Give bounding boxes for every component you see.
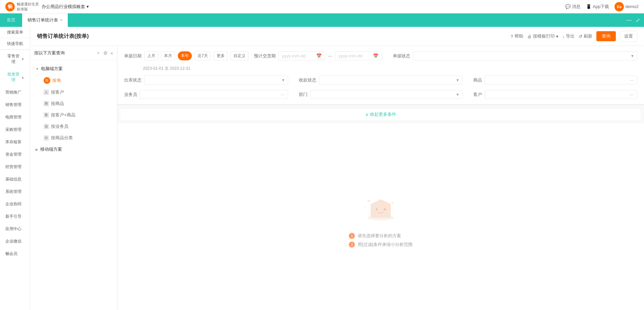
empty-tip-2: 2 用[过滤]条件来缩小分析范围 bbox=[349, 242, 412, 248]
filter-section: 单据日期 上月 本月 本年 近7天 更多 自定义 bbox=[117, 46, 644, 105]
filter-item-dept: 部门 ▾ bbox=[299, 90, 463, 99]
sidebar-search[interactable]: 搜索菜单 bbox=[0, 27, 30, 38]
settings-button[interactable]: 设置 bbox=[620, 31, 637, 42]
sidebar-shortcut[interactable]: 快捷导航 bbox=[0, 38, 30, 50]
date-btn-this-year[interactable]: 本年 bbox=[178, 51, 192, 60]
receipt-status-select[interactable]: ▾ bbox=[319, 75, 463, 85]
chevron-down-icon: ▼ bbox=[21, 57, 24, 61]
tree-item-pc-solutions: ▼ 电脑端方案 bbox=[30, 63, 117, 74]
sidebar-item-newuser[interactable]: 新手引导 bbox=[0, 210, 30, 223]
tab-home[interactable]: 首页 bbox=[0, 13, 22, 27]
sidebar-item-marketing[interactable]: 营销推广 bbox=[0, 86, 30, 99]
calendar-icon-2: 📅 bbox=[373, 53, 378, 58]
sidebar-item-wechat[interactable]: 企业微信 bbox=[0, 235, 30, 248]
collapse-conditions-button[interactable]: ∧ 收起更多条件 bbox=[121, 108, 641, 120]
date-btn-last-month[interactable]: 上月 bbox=[144, 51, 158, 60]
empty-tip-1: 1 请先选择要分析的方案 bbox=[349, 233, 412, 239]
print-button[interactable]: 🖨 按模板打印 ▾ bbox=[527, 33, 558, 39]
printer-icon: 🖨 bbox=[527, 34, 532, 39]
window-controls: — ⤢ bbox=[622, 13, 644, 27]
company-selector[interactable]: 办公用品行业模拟账套 ▾ bbox=[42, 4, 89, 10]
filter-row-2: 出库状态 ▾ 收款状态 ▾ bbox=[124, 75, 637, 85]
delivery-status-select[interactable]: ▾ bbox=[144, 75, 288, 85]
goods-input[interactable]: ··· bbox=[485, 75, 637, 85]
sidebar-item-operations[interactable]: 经营管理 bbox=[0, 161, 30, 173]
logo-text: 畅捷通好生意 标准版 bbox=[17, 2, 39, 11]
logo-icon: 畅 bbox=[5, 2, 15, 11]
tree-item-by-goods[interactable]: 商 按商品 bbox=[30, 98, 117, 109]
dept-select[interactable]: ▾ bbox=[310, 90, 463, 99]
tip-number-2: 2 bbox=[349, 242, 355, 248]
by-order-icon: 按 bbox=[44, 77, 50, 84]
content-area: 销售订单统计表(按单) ? 帮助 🖨 按模板打印 ▾ ↓ 导出 ↺ 刷新 bbox=[30, 27, 644, 310]
page-header: 销售订单统计表(按单) ? 帮助 🖨 按模板打印 ▾ ↓ 导出 ↺ 刷新 bbox=[30, 27, 644, 46]
top-bar-left: 畅 畅捷通好生意 标准版 办公用品行业模拟账套 ▾ bbox=[5, 2, 89, 11]
salesperson-input[interactable]: ··· bbox=[140, 90, 288, 99]
date-btn-custom[interactable]: 自定义 bbox=[230, 51, 249, 60]
sidebar-item-wholesale[interactable]: 批发管理 ▲ bbox=[0, 68, 30, 86]
sidebar-item-system[interactable]: 系统管理 bbox=[0, 186, 30, 198]
query-button[interactable]: 查询 bbox=[596, 31, 616, 41]
filter-item-delivery-status: 出库状态 ▾ bbox=[124, 75, 288, 85]
content-wrapper: 按以下方案查询 ＋ ⚙ « ▼ 电脑端方案 按 按单 bbox=[30, 46, 644, 310]
tree-item-by-salesperson[interactable]: 业 按业务员 bbox=[30, 121, 117, 132]
tree-item-by-order[interactable]: 按 按单 bbox=[30, 74, 117, 87]
sidebar-item-inventory[interactable]: 库存核算 bbox=[0, 136, 30, 148]
goods-more-icon[interactable]: ··· bbox=[630, 78, 634, 83]
app-download-button[interactable]: 📱 App下载 bbox=[586, 4, 609, 10]
panel-tree: ▼ 电脑端方案 按 按单 人 按客户 商 按商品 bbox=[30, 60, 117, 158]
settings-icon[interactable]: ⚙ bbox=[103, 50, 108, 56]
doc-status-select[interactable]: ▾ bbox=[413, 51, 637, 60]
tab-sales-order[interactable]: 销售订单统计表 × bbox=[22, 13, 68, 27]
main-layout: 搜索菜单 快捷导航 零售管理 ▼ 批发管理 ▲ 营销推广 销售管理 电商管理 采… bbox=[0, 27, 644, 310]
sidebar-item-enterprise[interactable]: 企业协同 bbox=[0, 198, 30, 210]
date-btn-7days[interactable]: 近7天 bbox=[195, 51, 211, 60]
add-solution-button[interactable]: ＋ bbox=[96, 50, 101, 56]
date-buttons-group: 上月 本月 本年 近7天 更多 自定义 bbox=[144, 51, 249, 60]
sidebar-item-appcenter[interactable]: 应用中心 bbox=[0, 223, 30, 235]
tree-item-mobile-solutions[interactable]: ▶ 移动端方案 bbox=[30, 144, 117, 155]
refresh-button[interactable]: ↺ 刷新 bbox=[579, 33, 592, 39]
sidebar-item-sales[interactable]: 销售管理 bbox=[0, 99, 30, 111]
tree-item-by-customer-goods[interactable]: 客 按客户+商品 bbox=[30, 109, 117, 121]
date-separator: — bbox=[328, 53, 332, 58]
date-btn-this-month[interactable]: 本月 bbox=[161, 51, 175, 60]
sidebar-item-retail[interactable]: 零售管理 ▼ bbox=[0, 50, 30, 68]
customer-input[interactable]: ··· bbox=[485, 90, 637, 99]
message-button[interactable]: 💬 消息 bbox=[565, 4, 581, 10]
export-button[interactable]: ↓ 导出 bbox=[562, 33, 575, 39]
expected-date-end-input[interactable]: yyyy-mm-dd 📅 bbox=[335, 51, 382, 60]
help-button[interactable]: ? 帮助 bbox=[511, 33, 523, 39]
user-profile[interactable]: Ea demo2 bbox=[614, 2, 639, 11]
date-btn-more[interactable]: 更多 bbox=[214, 51, 228, 60]
tree-item-by-goods-category[interactable]: 分 按商品分类 bbox=[30, 132, 117, 144]
collapse-icon: ∧ bbox=[365, 112, 369, 117]
filter-row-3: 业务员 ··· 部门 ▾ bbox=[124, 90, 637, 99]
tree-item-by-customer[interactable]: 人 按客户 bbox=[30, 87, 117, 98]
question-icon: ? bbox=[511, 34, 513, 39]
chevron-down-icon: ▾ bbox=[556, 34, 558, 39]
sidebar-item-ecommerce[interactable]: 电商管理 bbox=[0, 111, 30, 123]
collapse-section: ∧ 收起更多条件 bbox=[117, 105, 644, 123]
customer-more-icon[interactable]: ··· bbox=[630, 92, 634, 97]
svg-point-6 bbox=[384, 208, 386, 210]
filter-item-goods: 商品 ··· bbox=[473, 75, 637, 85]
collapse-panel-button[interactable]: « bbox=[110, 50, 113, 56]
export-icon: ↓ bbox=[562, 34, 565, 39]
by-salesperson-icon: 业 bbox=[44, 124, 49, 129]
sidebar-item-purchase[interactable]: 采购管理 bbox=[0, 123, 30, 136]
tab-close-icon[interactable]: × bbox=[60, 18, 62, 22]
minimize-button[interactable]: — bbox=[626, 17, 632, 23]
svg-point-7 bbox=[368, 200, 370, 202]
empty-state: 1 请先选择要分析的方案 2 用[过滤]条件来缩小分析范围 bbox=[117, 123, 644, 310]
by-customer-goods-icon: 客 bbox=[44, 112, 49, 118]
expected-date-start-input[interactable]: yyyy-mm-dd 📅 bbox=[278, 51, 325, 60]
top-bar-right: 💬 消息 📱 App下载 Ea demo2 bbox=[565, 2, 639, 11]
chevron-down-icon-receipt: ▾ bbox=[457, 78, 459, 83]
page-title: 销售订单统计表(按单) bbox=[37, 33, 89, 44]
sidebar-item-finance[interactable]: 资金管理 bbox=[0, 148, 30, 161]
salesperson-more-icon[interactable]: ··· bbox=[281, 92, 284, 97]
maximize-button[interactable]: ⤢ bbox=[636, 17, 640, 23]
sidebar-item-member[interactable]: 畅会员 bbox=[0, 248, 30, 260]
sidebar-item-basics[interactable]: 基础信息 bbox=[0, 173, 30, 186]
